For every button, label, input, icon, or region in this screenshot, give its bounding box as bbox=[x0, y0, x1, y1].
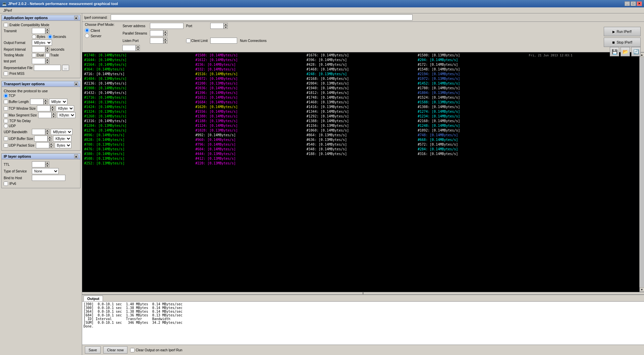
udp-packet-unit[interactable]: Bytes KBytes bbox=[55, 142, 71, 148]
transport-layer-collapse[interactable]: ▲ bbox=[74, 82, 78, 86]
transmit-input[interactable]: 10 bbox=[32, 28, 45, 34]
close-button[interactable]: ✕ bbox=[637, 1, 642, 6]
max-seg-unit[interactable]: KBytes Bytes bbox=[57, 112, 75, 118]
buffer-length-input[interactable]: 2 bbox=[30, 99, 44, 105]
udp-bandwidth-up[interactable]: ▲ bbox=[45, 129, 49, 132]
tcp-window-unit[interactable]: KBytes MBytes bbox=[56, 105, 74, 111]
maximize-button[interactable]: □ bbox=[631, 1, 636, 6]
parallel-up[interactable]: ▲ bbox=[163, 30, 167, 33]
max-seg-checkbox[interactable] bbox=[4, 113, 8, 117]
client-limit-input[interactable] bbox=[210, 38, 237, 44]
port-down[interactable]: ▼ bbox=[224, 26, 228, 29]
refresh-icon-button[interactable]: 🔄 bbox=[631, 47, 641, 56]
udp-packet-up[interactable]: ▲ bbox=[49, 142, 53, 145]
dual-checkbox[interactable] bbox=[32, 53, 36, 57]
listen-port-up[interactable]: ▲ bbox=[163, 38, 167, 41]
scroll-down-arrow[interactable]: ▼ bbox=[640, 287, 644, 292]
test-port-input[interactable]: 5,001 bbox=[32, 58, 45, 64]
output-tabs: Output bbox=[82, 295, 644, 302]
clear-now-button[interactable]: Clear now bbox=[103, 346, 127, 354]
transmit-up[interactable]: ▲ bbox=[45, 28, 49, 31]
ttl-down[interactable]: ▼ bbox=[45, 164, 49, 167]
buffer-length-unit[interactable]: MBytes KBytes bbox=[49, 99, 67, 105]
report-interval-down[interactable]: ▼ bbox=[45, 49, 49, 52]
buffer-length-down[interactable]: ▼ bbox=[44, 102, 48, 105]
port-up[interactable]: ▲ bbox=[224, 23, 228, 26]
udp-radio[interactable] bbox=[4, 124, 8, 128]
tcp-window-up[interactable]: ▲ bbox=[50, 105, 54, 108]
udp-packet-input[interactable]: 1,500 bbox=[36, 142, 49, 148]
listen-port-down[interactable]: ▼ bbox=[163, 41, 167, 44]
num-conn-down[interactable]: ▼ bbox=[136, 48, 140, 51]
report-interval-up[interactable]: ▲ bbox=[45, 46, 49, 49]
log-entry: #1284: [0.13MBytes/s] bbox=[83, 123, 194, 128]
transmit-down[interactable]: ▼ bbox=[45, 31, 49, 34]
ttl-row: TTL 1 ▲ ▼ bbox=[4, 161, 78, 167]
output-format-select[interactable]: MBytes KBytes Bytes GBytes bbox=[32, 40, 52, 46]
time-unit-radio: Bytes Seconds bbox=[32, 35, 66, 39]
parallel-streams-input[interactable]: 250 bbox=[150, 30, 163, 36]
save-icon-button[interactable]: 💾 bbox=[610, 47, 619, 56]
rep-file-input[interactable] bbox=[34, 65, 61, 71]
udp-buffer-up[interactable]: ▲ bbox=[48, 136, 52, 139]
tradeoff-checkbox[interactable] bbox=[45, 53, 50, 57]
udp-packet-down[interactable]: ▼ bbox=[49, 145, 53, 148]
app-layer-collapse[interactable]: ▲ bbox=[74, 16, 78, 20]
tcp-nodelay-checkbox[interactable] bbox=[4, 119, 8, 123]
print-mss-checkbox[interactable] bbox=[4, 71, 8, 76]
tcp-window-input[interactable]: 56 bbox=[37, 105, 50, 111]
output-tab[interactable]: Output bbox=[84, 296, 103, 301]
parallel-down[interactable]: ▼ bbox=[163, 33, 167, 36]
run-iperf-button[interactable]: ▶ Run IPerf! bbox=[604, 27, 641, 36]
tos-select[interactable]: None Low Delay Throughput Reliability bbox=[32, 168, 59, 174]
tcp-window-checkbox[interactable] bbox=[4, 106, 8, 111]
udp-bandwidth-down[interactable]: ▼ bbox=[45, 132, 49, 135]
ttl-up[interactable]: ▲ bbox=[45, 161, 49, 164]
log-entry: #1234: [0.14MBytes/s] bbox=[416, 114, 527, 119]
udp-packet-checkbox[interactable] bbox=[4, 143, 8, 148]
output-content[interactable]: [390] 0.0-10.1 sec 1.40 MBytes 0.14 MByt… bbox=[82, 302, 644, 345]
udp-bandwidth-unit[interactable]: MBytes/sec KBytes/sec bbox=[51, 129, 72, 135]
clear-each-run-checkbox[interactable] bbox=[130, 348, 135, 352]
buffer-length-checkbox[interactable] bbox=[4, 100, 8, 104]
udp-buffer-input[interactable]: 41 bbox=[34, 136, 48, 142]
log-divider[interactable]: ⬆ bbox=[82, 292, 644, 295]
listen-port-input[interactable]: 5,001 bbox=[150, 38, 163, 44]
udp-buffer-down[interactable]: ▼ bbox=[48, 139, 52, 142]
tcp-radio[interactable] bbox=[4, 94, 8, 98]
port-input[interactable]: 5,001 bbox=[210, 23, 224, 29]
report-interval-input[interactable]: 1 bbox=[32, 46, 45, 52]
ipv6-checkbox[interactable] bbox=[4, 182, 8, 186]
bytes-radio[interactable] bbox=[32, 35, 36, 39]
ip-layer-collapse[interactable]: ▲ bbox=[74, 154, 78, 158]
open-icon-button[interactable]: 📂 bbox=[621, 47, 630, 56]
buffer-length-up[interactable]: ▲ bbox=[44, 99, 48, 102]
enable-compat-checkbox[interactable] bbox=[4, 23, 8, 27]
client-radio[interactable] bbox=[85, 28, 89, 33]
client-limit-checkbox[interactable] bbox=[186, 39, 191, 43]
rep-file-browse[interactable]: ... bbox=[62, 65, 69, 71]
minimize-button[interactable]: _ bbox=[625, 1, 630, 6]
seconds-radio[interactable] bbox=[48, 35, 52, 39]
num-connections-input[interactable]: 0 bbox=[122, 45, 136, 51]
test-port-up[interactable]: ▲ bbox=[45, 58, 49, 61]
save-button[interactable]: Save bbox=[85, 346, 101, 354]
udp-buffer-unit[interactable]: KBytes Bytes bbox=[53, 136, 71, 142]
test-port-down[interactable]: ▼ bbox=[45, 61, 49, 64]
iperf-command-input[interactable]: bin/iperf.exe -c 10.10.1.1 -P 250 -l 1 -… bbox=[111, 14, 413, 20]
max-seg-input[interactable]: 1 bbox=[38, 112, 52, 118]
tcp-window-down[interactable]: ▼ bbox=[50, 108, 54, 111]
server-address-input[interactable]: 10.10.1.1 bbox=[150, 23, 183, 29]
parallel-streams-label: Parallel Streams bbox=[122, 32, 147, 35]
udp-bandwidth-input[interactable]: 1 bbox=[32, 129, 45, 135]
stop-iperf-button[interactable]: ⏹ Stop IPerf! bbox=[604, 38, 641, 47]
max-seg-up[interactable]: ▲ bbox=[52, 112, 56, 115]
num-conn-up[interactable]: ▲ bbox=[136, 45, 140, 48]
server-radio[interactable] bbox=[85, 34, 89, 38]
max-seg-down[interactable]: ▼ bbox=[52, 115, 56, 118]
bind-host-input[interactable] bbox=[32, 175, 65, 181]
ttl-input[interactable]: 1 bbox=[32, 161, 45, 167]
log-scrollbar[interactable]: ▲ ▼ bbox=[639, 52, 644, 292]
udp-buffer-checkbox[interactable] bbox=[4, 137, 8, 141]
menu-jperf[interactable]: JPerf bbox=[1, 8, 14, 13]
